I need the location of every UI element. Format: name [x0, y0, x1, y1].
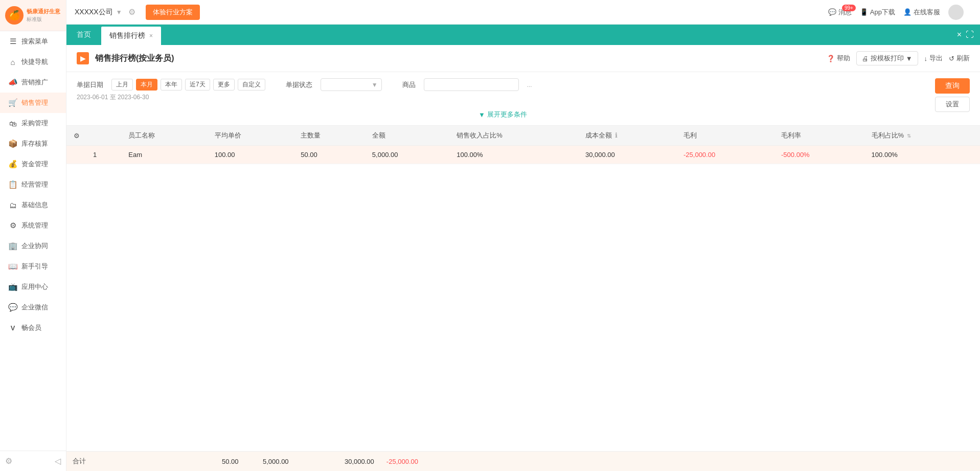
tabbar-right: × ⛶	[957, 25, 980, 45]
th-settings[interactable]: ⚙	[66, 126, 87, 146]
footer-cells: 50.00 5,000.00 30,000.00 -25,000.00	[175, 458, 974, 465]
table-area: ⚙ 员工名称 平均单价 主数量 全额 销售收入占比% 成本全额 ℹ 毛利 毛利率	[66, 126, 980, 451]
topbar-app-btn[interactable]: 📱 App下载	[860, 8, 895, 17]
sidebar-item-vip[interactable]: V 畅会员	[0, 318, 66, 338]
sidebar-item-label: 库存核算	[21, 139, 48, 148]
topbar-message-btn[interactable]: 💬 消息 99+	[828, 8, 852, 17]
settings-button[interactable]: 设置	[935, 97, 970, 112]
table-footer: 合计 50.00 5,000.00 30,000.00 -25,000.00	[66, 451, 980, 471]
export-button[interactable]: ↓ 导出	[924, 54, 943, 63]
th-name: 员工名称	[122, 126, 208, 146]
sidebar-bottom: ⚙ ◁	[0, 451, 66, 471]
sidebar-item-shortcut[interactable]: ⌂ 快捷导航	[0, 52, 66, 72]
footer-cost: 30,000.00	[338, 458, 380, 465]
export-icon: ↓	[924, 55, 928, 62]
refresh-button[interactable]: ↺ 刷新	[949, 54, 970, 63]
cost-info-icon[interactable]: ℹ	[615, 131, 618, 139]
search-menu-icon: ☰	[8, 37, 17, 46]
gross-pct-sort-icon[interactable]: ⇅	[907, 133, 911, 139]
app-download-icon: 📱	[860, 8, 868, 16]
sidebar-item-search[interactable]: ☰ 搜索菜单	[0, 31, 66, 52]
sidebar-item-guide[interactable]: 📖 新手引导	[0, 256, 66, 277]
print-dropdown-arrow: ▼	[906, 55, 913, 62]
sidebar-collapse-icon[interactable]: ◁	[55, 456, 61, 466]
th-qty: 主数量	[294, 126, 366, 146]
td-gross-pct: 100.00%	[865, 146, 980, 164]
topbar-service-btn[interactable]: 👤 在线客服	[903, 8, 940, 17]
td-gross: -25,000.00	[677, 146, 775, 164]
sidebar-item-sales[interactable]: 🛒 销售管理	[0, 93, 66, 113]
sidebar-item-system[interactable]: ⚙ 系统管理	[0, 215, 66, 236]
sidebar-item-label: 搜索菜单	[21, 37, 48, 46]
sidebar-nav: ☰ 搜索菜单 ⌂ 快捷导航 📣 营销推广 🛒 销售管理 🛍 采购管理 📦 库存核…	[0, 31, 66, 451]
date-btn-more[interactable]: 更多	[213, 79, 235, 91]
sidebar-item-wechat[interactable]: 💬 企业微信	[0, 297, 66, 318]
tab-sales-ranking[interactable]: 销售排行榜 ×	[101, 27, 161, 45]
sidebar-item-operation[interactable]: 📋 经营管理	[0, 174, 66, 195]
sidebar-item-label: 销售管理	[21, 98, 48, 107]
sidebar-item-marketing[interactable]: 📣 营销推广	[0, 72, 66, 93]
th-gross-pct: 毛利占比% ⇅	[865, 126, 980, 146]
footer-avg-price	[175, 458, 216, 465]
th-amount: 全额	[366, 126, 450, 146]
status-select-wrapper: ▼	[321, 78, 382, 91]
sidebar-settings-icon[interactable]: ⚙	[5, 456, 12, 466]
sidebar-item-label: 资金管理	[21, 160, 48, 169]
marketing-icon: 📣	[8, 78, 17, 87]
topbar-settings-icon[interactable]: ⚙	[128, 7, 135, 17]
avatar[interactable]	[948, 5, 964, 20]
sidebar-item-basic[interactable]: 🗂 基础信息	[0, 195, 66, 215]
query-button[interactable]: 查询	[935, 78, 970, 94]
th-rank	[87, 126, 122, 146]
sidebar-item-purchase[interactable]: 🛍 采购管理	[0, 113, 66, 133]
table-header-row: ⚙ 员工名称 平均单价 主数量 全额 销售收入占比% 成本全额 ℹ 毛利 毛利率	[66, 126, 980, 146]
filter-area: 单据日期 上月 本月 本年 近7天 更多 自定义 单据状态	[66, 72, 980, 126]
page-header: ▶ 销售排行榜(按业务员) ❓ 帮助 🖨 按模板打印 ▼ ↓ 导出	[66, 45, 980, 72]
help-button[interactable]: ❓ 帮助	[827, 54, 850, 63]
help-icon: ❓	[827, 55, 835, 62]
date-range-display: 2023-06-01 至 2023-06-30	[77, 94, 149, 101]
print-button[interactable]: 🖨 按模板打印 ▼	[856, 51, 918, 65]
th-cost: 成本全额 ℹ	[579, 126, 677, 146]
logo-sub: 标准版	[27, 16, 60, 23]
date-btn-this-month[interactable]: 本月	[136, 79, 157, 91]
window-close-icon[interactable]: ×	[957, 30, 962, 39]
sidebar-item-label: 营销推广	[21, 78, 48, 87]
goods-input[interactable]	[424, 78, 519, 91]
filter-row-1: 单据日期 上月 本月 本年 近7天 更多 自定义 单据状态	[77, 78, 929, 91]
topbar: XXXXX公司 ▼ ⚙ 体验行业方案 💬 消息 99+ 📱 App下载 👤 在线…	[66, 0, 980, 25]
collapse-button[interactable]: ▶	[77, 52, 89, 64]
sidebar-item-app-center[interactable]: 📺 应用中心	[0, 277, 66, 297]
tab-close-icon[interactable]: ×	[149, 32, 153, 39]
company-selector[interactable]: XXXXX公司 ▼	[75, 8, 122, 17]
td-cost: 30,000.00	[579, 146, 677, 164]
guide-icon: 📖	[8, 262, 17, 271]
footer-gross: -25,000.00	[380, 458, 424, 465]
logo-title: 畅康通好生意	[27, 8, 60, 15]
status-select[interactable]	[321, 78, 382, 91]
trial-button[interactable]: 体验行业方案	[146, 5, 200, 20]
sidebar-item-enterprise[interactable]: 🏢 企业协同	[0, 236, 66, 256]
expand-conditions-button[interactable]: ▼ 展开更多条件	[478, 110, 527, 119]
td-sales-pct: 100.00%	[450, 146, 579, 164]
sidebar-item-label: 新手引导	[21, 262, 48, 271]
logo-area: 🍊 畅康通好生意 标准版	[0, 0, 66, 31]
date-btn-custom[interactable]: 自定义	[238, 79, 265, 91]
date-label: 单据日期	[77, 80, 103, 89]
footer-total-label: 合计	[73, 457, 175, 466]
wechat-icon: 💬	[8, 303, 17, 312]
expand-icon: ▼	[478, 111, 485, 119]
service-icon: 👤	[903, 8, 911, 16]
date-btn-7days[interactable]: 近7天	[185, 79, 210, 91]
date-btn-last-month[interactable]: 上月	[111, 79, 133, 91]
date-btn-this-year[interactable]: 本年	[161, 79, 182, 91]
page-title: 销售排行榜(按业务员)	[95, 53, 174, 64]
basic-icon: 🗂	[8, 201, 17, 210]
sidebar-item-inventory[interactable]: 📦 库存核算	[0, 133, 66, 154]
sidebar-item-label: 应用中心	[21, 282, 48, 291]
tab-home[interactable]: 首页	[66, 25, 101, 45]
window-resize-icon[interactable]: ⛶	[966, 30, 974, 39]
print-icon: 🖨	[862, 55, 869, 62]
sidebar-item-finance[interactable]: 💰 资金管理	[0, 154, 66, 174]
more-filter-icon[interactable]: ...	[527, 81, 532, 88]
